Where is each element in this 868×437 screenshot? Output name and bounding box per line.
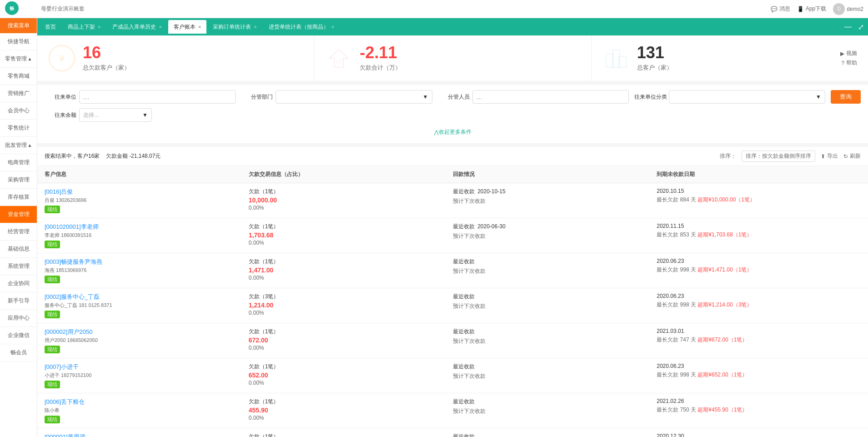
filter-customer-dots[interactable]: ... [83,93,89,101]
logo-area: 畅 [5,1,41,17]
debt-cell-4: 欠款（1笔） 672.00 0.00% [249,328,453,351]
overdue-link-4[interactable]: 超期¥672.00（1笔） [697,337,748,343]
sidebar-item-retail-mgmt[interactable]: 零售管理 ▲ [0,50,37,68]
customer-badge-4: 现结 [45,346,60,353]
tab-customer-accounts[interactable]: 客户账本 × [168,20,206,34]
minimize-btn[interactable]: — [843,22,853,32]
search-button[interactable]: 查询 [831,90,861,104]
sidebar-item-purchase[interactable]: 采购管理 [0,171,37,189]
sidebar-item-retail-store[interactable]: 零售商城 [0,68,37,85]
tab-products[interactable]: 商品上下架 × [62,20,106,34]
filter-person-dots[interactable]: ... [477,93,482,101]
customer-name-4[interactable]: [000002]用户2050 [45,328,249,336]
customer-name-3[interactable]: [0002]服务中心_丁磊 [45,293,249,301]
next-collection-6: 预计下次收款 [453,407,657,415]
customer-name-6[interactable]: [0006]丢下粮仓 [45,398,249,406]
tab-close-customer[interactable]: × [198,24,201,30]
recent-collection-5: 最近收款 [453,363,657,371]
export-button[interactable]: ⬆ 导出 [821,152,838,160]
sidebar-item-finance[interactable]: 资金管理 [0,206,37,223]
sidebar-item-basics[interactable]: 基础信息 [0,241,37,258]
filter-dept-select[interactable]: ▼ [276,90,432,104]
sidebar-item-retail-stats[interactable]: 零售统计 [0,120,37,137]
sidebar-item-apps[interactable]: 应用中心 [0,310,37,327]
sort-label: 排序： [720,152,736,160]
sidebar-item-wechat[interactable]: 企业微信 [0,327,37,344]
help-action[interactable]: ? 帮助 [841,59,857,67]
overdue-date-0: 2020.10.15 [657,188,861,194]
overdue-link-6[interactable]: 超期¥455.90（1笔） [697,407,748,413]
tab-close-inbound[interactable]: × [331,24,334,30]
customer-badge-6: 现结 [45,416,60,423]
sidebar-item-ecommerce[interactable]: 电商管理 [0,154,37,171]
debt-amount-1[interactable]: 1,703.68 [249,231,453,239]
overdue-days-2: 最长欠款 998 天 超期¥1,471.00（1笔） [657,266,861,274]
sidebar-search[interactable]: 搜索菜单 [0,18,37,33]
overdue-link-0[interactable]: 超期¥10,000.00（1笔） [697,196,755,203]
debt-amount-2[interactable]: 1,471.00 [249,266,453,274]
debt-count-0: 欠款（1笔） [249,188,453,196]
customer-name-0[interactable]: [0016]吕俊 [45,188,249,196]
sidebar-quick-nav[interactable]: 快捷导航 [0,33,37,50]
customer-sub-1: 李老师 18600391516 [45,232,249,239]
maximize-btn[interactable]: ⤢ [856,22,866,32]
tab-close-purchase[interactable]: × [254,24,256,30]
overdue-link-3[interactable]: 超期¥1,214.00（3笔） [697,301,752,308]
tab-close-production[interactable]: × [159,24,161,30]
customer-name-1[interactable]: [0001020001]李老师 [45,223,249,231]
sidebar-item-inventory[interactable]: 库存核算 [0,189,37,206]
table-row-inner-6: [0006]丢下粮仓 陈小希 现结 欠款（1笔） 455.90 0.00% 最近… [37,393,868,428]
debt-amount-3[interactable]: 1,214.00 [249,301,453,309]
debt-ratio-4: 0.00% [249,345,453,351]
sidebar-item-operations[interactable]: 经营管理 [0,223,37,241]
debt-amount-6[interactable]: 455.90 [249,407,453,414]
app-download-btn[interactable]: 📱 App下载 [797,5,826,13]
customer-name-2[interactable]: [0003]畅捷服务尹海燕 [45,258,249,266]
filter-customer-input[interactable]: ... [79,90,236,104]
overdue-date-1: 2020.11.15 [657,223,861,229]
message-btn[interactable]: 💬 消息 [771,5,790,13]
tab-close-products[interactable]: × [98,24,100,30]
overdue-customers-label: 总欠款客户（家） [83,64,130,72]
collapse-button[interactable]: ⋀ 收起更多条件 [45,126,861,138]
debt-amount-4[interactable]: 672.00 [249,337,453,344]
result-summary: 搜索结果中，客户16家 欠款金额 -21,148.07元 [45,152,161,160]
overdue-link-2[interactable]: 超期¥1,471.00（1笔） [697,266,752,273]
filter-person: 分管人员 ... [438,90,629,104]
user-profile[interactable]: D demo2 [833,3,863,15]
next-collection-0: 预计下次收款 [453,197,657,205]
customer-name-5[interactable]: [0007]小进干 [45,363,249,371]
customer-badge-3: 现结 [45,311,60,318]
sidebar-item-vip[interactable]: 畅会员 [0,344,37,362]
top-bar-right: 💬 消息 📱 App下载 D demo2 [771,3,863,15]
debt-ratio-5: 0.00% [249,380,453,386]
sidebar-item-enterprise[interactable]: 企业协同 [0,275,37,292]
tab-production-history[interactable]: 产成品入库单历史 × [107,20,167,34]
refresh-button[interactable]: ↻ 刷新 [843,152,861,160]
filter-balance-select[interactable]: 选择... ▼ [79,108,152,122]
table-row-inner-3: [0002]服务中心_丁磊 服务中心_丁磊 181 0125 8371 现结 欠… [37,288,868,323]
tab-home[interactable]: 首页 [40,20,61,34]
filter-category-select[interactable]: ▼ [669,90,825,104]
sidebar-item-wholesale[interactable]: 批发管理 ▲ [0,137,37,154]
sidebar-item-guide[interactable]: 新手引导 [0,292,37,310]
overdue-link-1[interactable]: 超期¥1,703.68（1笔） [697,231,752,238]
sidebar-item-system[interactable]: 系统管理 [0,258,37,275]
debt-amount-5[interactable]: 652.00 [249,372,453,379]
sort-select[interactable]: 排序：按欠款金额倒序排序 [742,151,815,162]
debt-amount-0[interactable]: 10,000.00 [249,196,453,204]
filter-person-input[interactable]: ... [472,90,629,104]
debt-ratio-3: 0.00% [249,310,453,316]
sidebar-item-member[interactable]: 会员中心 [0,102,37,120]
logo-text: 畅 [5,1,19,17]
video-action[interactable]: ▶ 视频 [840,50,857,57]
tab-inbound-stats[interactable]: 进货单统计表（按商品） × [263,20,340,34]
table-header: 客户信息 欠款交易信息（占比） 回款情况 到期未收款日期 [37,166,868,183]
collection-cell-7: 最近收款 预计下次收款 [453,433,657,437]
customer-sub-4: 用户2050 18665062050 [45,337,249,344]
overdue-link-5[interactable]: 超期¥652.00（1笔） [697,372,748,378]
overdue-date-3: 2020.06.23 [657,293,861,299]
customer-name-7[interactable]: [000001]黄思源 [45,433,249,437]
sidebar-item-marketing[interactable]: 营销推广 [0,85,37,102]
tab-purchase-stats[interactable]: 采购订单统计表 × [207,20,262,34]
